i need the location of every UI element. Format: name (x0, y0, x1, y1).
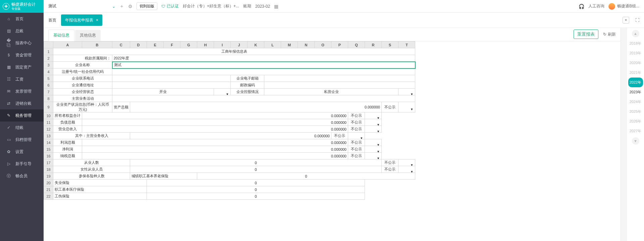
regno-input[interactable] (112, 68, 415, 75)
asset-row-10-val[interactable]: 0.000000 (82, 112, 348, 119)
status-value[interactable]: 开业 (112, 89, 214, 95)
asset-row-9-pub[interactable]: 不公示 (382, 102, 398, 112)
fullscreen-icon[interactable]: ⛶ (635, 18, 639, 22)
asset-row-12-val[interactable]: 0.000000 (82, 126, 348, 133)
ins-row-19-val[interactable]: 0 (197, 173, 415, 180)
period-value[interactable]: 2023-02 (255, 4, 270, 9)
emp-val[interactable]: 0 (130, 159, 382, 166)
sidebar-item-12[interactable]: ▷新手引导 (0, 158, 44, 170)
add-icon[interactable]: ＋ (119, 3, 124, 9)
sidebar-item-8[interactable]: ✎税务管理 (0, 109, 44, 122)
spreadsheet[interactable]: ABCDEFGHIJKLMNOPQRST1工商年报信息表2税款所属期间：2022… (44, 41, 621, 241)
mainbiz-input[interactable] (112, 95, 415, 102)
col-J[interactable]: J (231, 42, 248, 48)
asset-row-11-pub[interactable]: 不公示 (348, 119, 365, 126)
year-up-icon[interactable]: ▲ (632, 30, 639, 37)
col-T[interactable]: T (398, 42, 415, 48)
year-2022年[interactable]: 2022年 (628, 78, 643, 87)
col-N[interactable]: N (298, 42, 315, 48)
col-A[interactable]: A (53, 42, 82, 48)
cert-badge[interactable]: 🛡 已认证 (161, 3, 179, 9)
calendar-icon[interactable]: ▦ (274, 4, 278, 9)
tab-home[interactable]: 首页 (48, 17, 56, 23)
row-18[interactable]: 18 (44, 166, 53, 173)
tab-close-icon[interactable]: × (96, 18, 98, 22)
asset-row-15-val[interactable]: 0.000000 (82, 146, 348, 153)
row-1[interactable]: 1 (44, 48, 53, 55)
emp-dd[interactable] (398, 159, 415, 166)
year-2023年[interactable]: 2023年 (628, 87, 643, 97)
close-all-icon[interactable]: × (623, 17, 629, 23)
company-select[interactable]: 测试 ⌄ (48, 3, 115, 9)
col-C[interactable]: C (112, 42, 130, 48)
col-H[interactable]: H (197, 42, 214, 48)
asset-row-13-dd[interactable] (348, 133, 365, 139)
row-9[interactable]: 9 (44, 102, 53, 112)
row-5[interactable]: 5 (44, 75, 53, 82)
row-10[interactable]: 10 (44, 112, 53, 119)
col-I[interactable]: I (214, 42, 231, 48)
sidebar-item-7[interactable]: ⇄进销台账 (0, 97, 44, 109)
row-3[interactable]: 3 (44, 62, 53, 68)
sidebar-item-5[interactable]: ☷工资 (0, 73, 44, 85)
row-21[interactable]: 21 (44, 186, 53, 193)
col-O[interactable]: O (315, 42, 331, 48)
asset-row-10-pub[interactable]: 不公示 (348, 112, 365, 119)
refresh-button[interactable]: ↻ 刷新 (603, 32, 616, 37)
email-input[interactable] (264, 75, 415, 82)
row-4[interactable]: 4 (44, 68, 53, 75)
addr-input[interactable] (112, 82, 231, 89)
ins-row-20-val[interactable]: 0 (147, 180, 365, 186)
year-2025年[interactable]: 2025年 (628, 107, 643, 116)
year-2024年[interactable]: 2024年 (628, 97, 643, 107)
col-M[interactable]: M (281, 42, 298, 48)
year-2026年[interactable]: 2026年 (628, 116, 643, 126)
sidebar-item-1[interactable]: ▤总账 (0, 25, 44, 37)
status-dd-icon[interactable] (214, 89, 231, 95)
sidebar-item-3[interactable]: ＄资金管理 (0, 49, 44, 61)
row-17[interactable]: 17 (44, 159, 53, 166)
gear-icon[interactable]: ⚙ (128, 4, 132, 9)
asset-row-14-dd[interactable] (365, 139, 382, 146)
company-name-input[interactable]: 测试 (112, 62, 415, 68)
col-P[interactable]: P (331, 42, 348, 48)
asset-row-9-dd[interactable] (398, 102, 415, 112)
asset-row-15-pub[interactable]: 不公示 (348, 146, 365, 153)
asset-row-12-pub[interactable]: 不公示 (348, 126, 365, 133)
row-19[interactable]: 19 (44, 173, 53, 180)
year-2027年[interactable]: 2027年 (628, 126, 643, 136)
sidebar-item-11[interactable]: ✿设置 (0, 146, 44, 158)
zip-input[interactable] (264, 82, 415, 89)
col-R[interactable]: R (365, 42, 382, 48)
sidebar-item-6[interactable]: ✉发票管理 (0, 85, 44, 97)
scrollbar-v[interactable] (621, 28, 627, 241)
femp-dd[interactable] (398, 166, 415, 173)
col-S[interactable]: S (382, 42, 398, 48)
col-G[interactable]: G (180, 42, 197, 48)
year-2019年[interactable]: 2019年 (628, 48, 643, 58)
user-menu[interactable]: 畅捷通B组... (608, 3, 639, 10)
phone-input[interactable] (112, 75, 231, 82)
sidebar-item-10[interactable]: ▭归档管理 (0, 134, 44, 146)
row-2[interactable]: 2 (44, 55, 53, 62)
sidebar-item-4[interactable]: ▦固定资产 (0, 61, 44, 73)
femp-val[interactable]: 0 (130, 166, 382, 173)
asset-row-13-val[interactable]: 0.000000 (130, 133, 331, 139)
row-12[interactable]: 12 (44, 126, 53, 133)
femp-pub[interactable]: 不公示 (382, 166, 398, 173)
asset-row-16-val[interactable]: 0.000000 (82, 153, 348, 159)
asset-row-10-dd[interactable] (365, 112, 382, 119)
year-down-icon[interactable]: ▼ (632, 137, 639, 145)
holding-value[interactable]: 私营企业 (264, 89, 398, 95)
asset-row-16-dd[interactable] (365, 153, 382, 159)
col-D[interactable]: D (130, 42, 147, 48)
row-7[interactable]: 7 (44, 89, 53, 95)
col-L[interactable]: L (264, 42, 281, 48)
asset-row-11-val[interactable]: 0.000000 (82, 119, 348, 126)
reset-report-button[interactable]: 重置报表 (574, 30, 598, 39)
sidebar-item-9[interactable]: ✓结账 (0, 122, 44, 134)
row-15[interactable]: 15 (44, 146, 53, 153)
col-Q[interactable]: Q (348, 42, 365, 48)
row-22[interactable]: 22 (44, 193, 53, 200)
headset-icon[interactable]: 🎧 (579, 4, 584, 9)
